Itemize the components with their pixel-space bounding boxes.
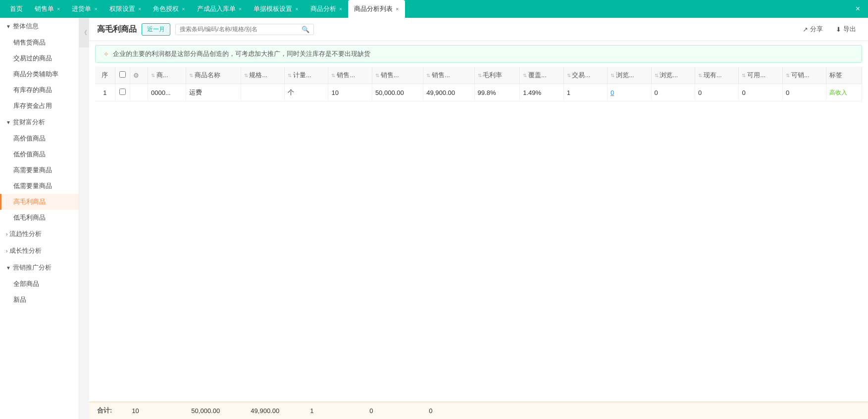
th-saleable[interactable]: 可销...	[782, 67, 826, 84]
nav-role[interactable]: 角色授权 ×	[147, 0, 191, 18]
th-settings[interactable]: ⚙	[130, 67, 148, 84]
footer-sales-qty: 10	[132, 407, 171, 415]
cell-sales-qty: 10	[328, 84, 372, 101]
footer-sales-cost: 49,900.00	[251, 407, 290, 415]
cell-settings	[130, 84, 148, 101]
row-checkbox[interactable]	[119, 89, 126, 95]
th-name[interactable]: 商品名称	[186, 67, 241, 84]
sidebar-item-sales-goods[interactable]: 销售货商品	[0, 35, 79, 50]
cell-margin-rate: 99.8%	[474, 84, 520, 101]
th-sales-qty[interactable]: 销售...	[328, 67, 372, 84]
th-trade[interactable]: 交易...	[563, 67, 607, 84]
nav-template[interactable]: 单据模板设置 ×	[248, 0, 304, 18]
nav-permission[interactable]: 权限设置 ×	[103, 0, 147, 18]
action-buttons: ↗ 分享 ⬇ 导出	[799, 23, 860, 36]
sidebar-group-marketing[interactable]: ▼ 营销推广分析	[0, 259, 79, 276]
th-sales-cost[interactable]: 销售...	[423, 67, 474, 84]
close-purchase-tab[interactable]: ×	[94, 6, 97, 12]
sidebar-group-growth[interactable]: › 成长性分析	[0, 242, 79, 259]
footer-trade: 1	[310, 407, 350, 415]
cell-available: 0	[739, 84, 782, 101]
th-spec[interactable]: 规格...	[241, 67, 284, 84]
footer-available: 0	[369, 407, 409, 415]
column-settings-icon[interactable]: ⚙	[133, 72, 139, 79]
close-product-entry-tab[interactable]: ×	[239, 6, 242, 12]
content-header: 高毛利商品 近一月 🔍 ↗ 分享 ⬇ 导出	[89, 18, 868, 41]
sidebar-item-traded-goods[interactable]: 交易过的商品	[0, 50, 79, 66]
arrow-icon-marketing: ▼	[6, 265, 11, 271]
close-template-tab[interactable]: ×	[295, 6, 298, 12]
cell-trade: 1	[563, 84, 607, 101]
close-analysis-tab[interactable]: ×	[339, 6, 342, 12]
sidebar-item-new-goods[interactable]: 新品	[0, 292, 79, 308]
close-sales-tab[interactable]: ×	[57, 6, 60, 12]
sidebar-item-high-demand[interactable]: 高需要量商品	[0, 162, 79, 178]
sidebar-collapse-button[interactable]: 《	[79, 18, 89, 47]
nav-product-entry[interactable]: 产成品入库单 ×	[191, 0, 248, 18]
close-analysis-list-tab[interactable]: ×	[396, 6, 399, 12]
cell-no: 1	[95, 84, 115, 101]
search-box: 🔍	[175, 24, 314, 35]
cell-check[interactable]	[115, 84, 130, 101]
filter-recent-month[interactable]: 近一月	[142, 23, 170, 36]
footer-saleable: 0	[429, 407, 468, 415]
cell-name: 运费	[186, 84, 241, 101]
th-available[interactable]: 可用...	[739, 67, 782, 84]
search-input[interactable]	[180, 26, 302, 33]
sidebar-item-low-demand[interactable]: 低需要量商品	[0, 178, 79, 194]
cell-browse1[interactable]: 0	[608, 84, 651, 101]
sidebar-item-stocked-goods[interactable]: 有库存的商品	[0, 82, 79, 98]
select-all-checkbox[interactable]	[119, 71, 126, 78]
page-title: 高毛利商品	[97, 24, 137, 35]
data-table: 序 ⚙ 商... 商品名称 规格... 计量... 销售... 销售... 销售…	[95, 67, 862, 101]
sidebar-item-analysis-assist[interactable]: 商品分类辅助率	[0, 66, 79, 82]
th-sales-amount[interactable]: 销售...	[372, 67, 423, 84]
th-browse1[interactable]: 浏览...	[608, 67, 651, 84]
sidebar-item-all-goods[interactable]: 全部商品	[0, 276, 79, 292]
nav-analysis[interactable]: 商品分析 ×	[305, 0, 348, 18]
th-code[interactable]: 商...	[148, 67, 186, 84]
sidebar-group-trend[interactable]: › 流趋性分析	[0, 226, 79, 242]
sidebar-item-low-margin[interactable]: 低毛利商品	[0, 210, 79, 226]
th-unit[interactable]: 计量...	[284, 67, 328, 84]
th-coverage[interactable]: 覆盖...	[520, 67, 563, 84]
info-banner: ✧ 企业的主要的利润都是这部分商品创造的，可考虑加大推广，同时关注库存是不要出现…	[95, 45, 862, 63]
nav-purchase[interactable]: 进货单 ×	[66, 0, 103, 18]
footer-sales-amount: 50,000.00	[191, 407, 231, 415]
th-check[interactable]	[115, 67, 130, 84]
cell-sales-cost: 49,900.00	[423, 84, 474, 101]
top-nav: 首页 销售单 × 进货单 × 权限设置 × 角色授权 × 产成品入库单 × 单据…	[0, 0, 868, 18]
nav-sales[interactable]: 销售单 ×	[29, 0, 66, 18]
arrow-icon-wealth: ▼	[6, 120, 11, 125]
cell-saleable: 0	[782, 84, 826, 101]
sidebar-item-stock-capital[interactable]: 库存资金占用	[0, 98, 79, 114]
sidebar-group-wealth[interactable]: ▼ 贫财富分析	[0, 114, 79, 131]
window-close-button[interactable]: ×	[852, 4, 864, 13]
th-margin-rate[interactable]: 毛利率	[474, 67, 520, 84]
th-stock[interactable]: 现有...	[695, 67, 739, 84]
sidebar-item-high-margin[interactable]: 高毛利商品	[0, 194, 79, 210]
nav-home[interactable]: 首页	[4, 0, 29, 18]
close-role-tab[interactable]: ×	[182, 6, 185, 12]
sidebar-item-high-value[interactable]: 高价值商品	[0, 131, 79, 146]
export-button[interactable]: ⬇ 导出	[832, 23, 860, 36]
nav-analysis-list[interactable]: 商品分析列表 ×	[348, 0, 405, 18]
th-browse2[interactable]: 浏览...	[651, 67, 695, 84]
close-permission-tab[interactable]: ×	[138, 6, 141, 12]
cell-stock: 0	[695, 84, 739, 101]
sidebar-group-overall[interactable]: ▼ 整体信息	[0, 18, 79, 35]
sidebar-item-low-value[interactable]: 低价值商品	[0, 146, 79, 162]
table-wrapper[interactable]: 序 ⚙ 商... 商品名称 规格... 计量... 销售... 销售... 销售…	[89, 67, 868, 402]
search-icon[interactable]: 🔍	[302, 26, 309, 33]
cell-code: 0000...	[148, 84, 186, 101]
share-button[interactable]: ↗ 分享	[799, 23, 827, 36]
footer-label: 合计:	[97, 406, 112, 415]
table-footer: 合计: 10 50,000.00 49,900.00 1 0 0	[89, 402, 868, 419]
cell-sales-amount: 50,000.00	[372, 84, 423, 101]
cell-spec	[241, 84, 284, 101]
sidebar: ▼ 整体信息 销售货商品 交易过的商品 商品分类辅助率 有库存的商品 库存资金占…	[0, 18, 79, 419]
export-icon: ⬇	[836, 26, 841, 33]
table-row: 1 0000... 运费 个 10 50,000.00 49,900.00 99…	[95, 84, 862, 101]
cell-unit: 个	[284, 84, 328, 101]
arrow-icon: ▼	[6, 24, 11, 29]
